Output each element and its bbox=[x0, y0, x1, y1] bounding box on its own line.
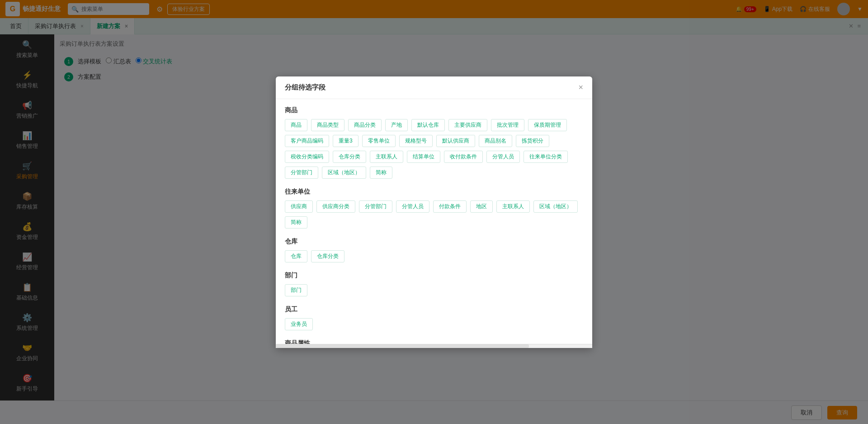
section-product: 商品 商品 商品类型 商品分类 产地 默认仓库 主要供应商 批次管理 保质期管理… bbox=[285, 106, 583, 179]
field-tag-main-supplier[interactable]: 主要供应商 bbox=[448, 119, 487, 131]
field-tag-partner-abbr[interactable]: 简称 bbox=[285, 216, 307, 229]
field-tag-warehouse-category[interactable]: 仓库分类 bbox=[333, 151, 366, 163]
modal-title: 分组待选字段 bbox=[285, 83, 326, 92]
field-tag-customer-code[interactable]: 客户商品编码 bbox=[285, 135, 329, 147]
field-tag-weight[interactable]: 重量3 bbox=[333, 135, 359, 147]
field-tag-partner-region[interactable]: 区域（地区） bbox=[533, 200, 578, 213]
field-tag-product-alias[interactable]: 商品别名 bbox=[479, 135, 512, 147]
department-field-grid: 部门 bbox=[285, 284, 583, 296]
modal-header: 分组待选字段 × bbox=[276, 76, 592, 99]
field-tag-payment-terms[interactable]: 收付款条件 bbox=[444, 151, 483, 163]
field-selection-modal: 分组待选字段 × 商品 商品 商品类型 商品分类 产地 默认仓库 主要供应商 批… bbox=[276, 76, 592, 348]
modal-horizontal-scrollbar[interactable] bbox=[276, 344, 592, 348]
field-tag-supervisor[interactable]: 分管人员 bbox=[486, 151, 520, 163]
section-product-title: 商品 bbox=[285, 106, 583, 114]
field-tag-partner-payment[interactable]: 付款条件 bbox=[433, 200, 467, 213]
partner-field-grid: 供应商 供应商分类 分管部门 分管人员 付款条件 地区 主联系人 区域（地区） … bbox=[285, 200, 583, 229]
field-tag-supplier[interactable]: 供应商 bbox=[285, 200, 313, 213]
field-tag-partner-supervisor[interactable]: 分管人员 bbox=[396, 200, 429, 213]
field-tag-warehouse-cat[interactable]: 仓库分类 bbox=[311, 250, 344, 262]
section-product-attr-title: 商品属性 bbox=[285, 339, 583, 344]
section-warehouse-title: 仓库 bbox=[285, 238, 583, 246]
field-tag-partner-contact[interactable]: 主联系人 bbox=[496, 200, 530, 213]
section-department: 部门 部门 bbox=[285, 272, 583, 296]
field-tag-supplier-category[interactable]: 供应商分类 bbox=[316, 200, 355, 213]
field-tag-abbreviation[interactable]: 简称 bbox=[370, 167, 392, 179]
field-tag-picking-points[interactable]: 拣货积分 bbox=[516, 135, 549, 147]
field-tag-product-type[interactable]: 商品类型 bbox=[311, 119, 344, 131]
field-tag-tax-code[interactable]: 税收分类编码 bbox=[285, 151, 329, 163]
field-tag-dept[interactable]: 分管部门 bbox=[285, 167, 318, 179]
section-employee: 员工 业务员 bbox=[285, 305, 583, 330]
warehouse-field-grid: 仓库 仓库分类 bbox=[285, 250, 583, 262]
modal-overlay: 分组待选字段 × 商品 商品 商品类型 商品分类 产地 默认仓库 主要供应商 批… bbox=[0, 0, 868, 424]
field-tag-default-warehouse[interactable]: 默认仓库 bbox=[411, 119, 445, 131]
section-warehouse: 仓库 仓库 仓库分类 bbox=[285, 238, 583, 262]
product-field-grid: 商品 商品类型 商品分类 产地 默认仓库 主要供应商 批次管理 保质期管理 客户… bbox=[285, 119, 583, 179]
field-tag-expiry-manage[interactable]: 保质期管理 bbox=[528, 119, 567, 131]
field-tag-product[interactable]: 商品 bbox=[285, 119, 307, 131]
field-tag-region[interactable]: 区域（地区） bbox=[322, 167, 366, 179]
field-tag-spec-model[interactable]: 规格型号 bbox=[399, 135, 433, 147]
field-tag-settlement-unit[interactable]: 结算单位 bbox=[407, 151, 440, 163]
field-tag-partner-area[interactable]: 地区 bbox=[470, 200, 493, 213]
field-tag-retail-unit[interactable]: 零售单位 bbox=[362, 135, 396, 147]
section-employee-title: 员工 bbox=[285, 305, 583, 314]
field-tag-warehouse[interactable]: 仓库 bbox=[285, 250, 307, 262]
field-tag-department[interactable]: 部门 bbox=[285, 284, 307, 296]
field-tag-partner-category[interactable]: 往来单位分类 bbox=[524, 151, 568, 163]
field-tag-partner-dept[interactable]: 分管部门 bbox=[359, 200, 392, 213]
modal-body: 商品 商品 商品类型 商品分类 产地 默认仓库 主要供应商 批次管理 保质期管理… bbox=[276, 99, 592, 344]
field-tag-default-supplier[interactable]: 默认供应商 bbox=[436, 135, 475, 147]
section-department-title: 部门 bbox=[285, 272, 583, 280]
field-tag-main-contact[interactable]: 主联系人 bbox=[370, 151, 403, 163]
field-tag-origin[interactable]: 产地 bbox=[385, 119, 408, 131]
field-tag-batch-manage[interactable]: 批次管理 bbox=[491, 119, 524, 131]
section-partner: 往来单位 供应商 供应商分类 分管部门 分管人员 付款条件 地区 主联系人 区域… bbox=[285, 188, 583, 229]
section-partner-title: 往来单位 bbox=[285, 188, 583, 196]
field-tag-salesperson[interactable]: 业务员 bbox=[285, 318, 313, 330]
field-tag-product-category[interactable]: 商品分类 bbox=[348, 119, 382, 131]
section-product-attr: 商品属性 属性 颜色 多规格 尺码 鞋码 1 bbox=[285, 339, 583, 344]
employee-field-grid: 业务员 bbox=[285, 318, 583, 330]
modal-close-button[interactable]: × bbox=[578, 83, 583, 92]
